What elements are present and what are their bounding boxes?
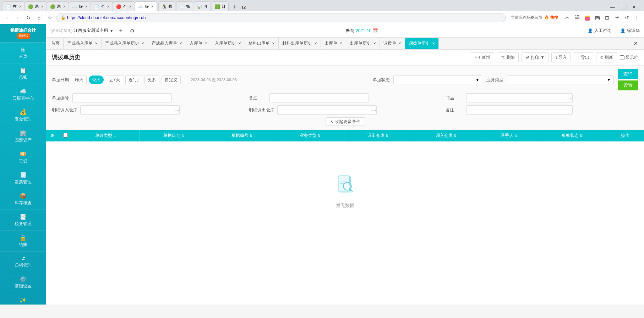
- sidebar-item-payroll[interactable]: 💴 工资: [0, 147, 46, 168]
- sidebar-item-inventory[interactable]: 📦 库存核查: [0, 189, 46, 210]
- sidebar-item-ledger[interactable]: 📋 总账: [0, 63, 46, 84]
- tab-in-history[interactable]: 入库单历史 ✕: [211, 38, 245, 49]
- show-checkbox[interactable]: [620, 55, 624, 60]
- th-status[interactable]: 单账状态 ⇅: [538, 130, 606, 141]
- tab-in-close[interactable]: ✕: [204, 41, 207, 45]
- browser-tab-4[interactable]: ☁️ 好 ✕: [69, 1, 91, 11]
- remark-input[interactable]: [269, 93, 369, 102]
- refresh-data-button[interactable]: ↻ 刷新: [596, 52, 617, 62]
- date-btn-1month[interactable]: 近1月: [125, 76, 143, 84]
- tab-product-in[interactable]: 产成品入库单 ✕: [64, 38, 102, 49]
- sidebar-item-tax[interactable]: 📑 税务管理: [0, 210, 46, 231]
- browser-tab-5[interactable]: 📄 个 ✕: [91, 1, 113, 11]
- tab-out[interactable]: 出库单 ✕: [321, 38, 346, 49]
- browser-tab-tencent[interactable]: 🐧 腾: [158, 1, 175, 11]
- sidebar-item-invoice[interactable]: 🧾 发票管理: [0, 168, 46, 189]
- sidebar-item-guide[interactable]: ✨ 新手引导: [0, 293, 46, 305]
- sidebar-item-assets[interactable]: 🏢 固定资产: [0, 126, 46, 147]
- th-biz-type[interactable]: 业务类型 ⇅: [276, 130, 344, 141]
- game-icon[interactable]: 🎮: [593, 13, 601, 22]
- tab-material-out[interactable]: 材料出库单 ✕: [245, 38, 279, 49]
- sidebar-item-closing[interactable]: 🔒 结账: [0, 231, 46, 252]
- sidebar-item-archive[interactable]: 🗂 归档管理: [0, 252, 46, 272]
- th-bill-no[interactable]: 单据编号 ⇅: [208, 130, 276, 141]
- browser-tab-3[interactable]: 🟢 易 ✕: [47, 1, 69, 11]
- detail-out-dots-button[interactable]: ···: [372, 107, 376, 113]
- print-button[interactable]: 🖨 打印 ▼: [522, 52, 549, 62]
- address-bar[interactable]: 🔒 https://cloud.chanjet.com/accounting/u…: [56, 13, 506, 22]
- detail-out-input[interactable]: [278, 107, 371, 112]
- add-company-button[interactable]: +: [116, 27, 125, 35]
- scissors-icon[interactable]: ✂: [563, 13, 572, 22]
- refresh-browser-button[interactable]: ↻: [24, 13, 33, 22]
- tab-transfer-history[interactable]: 调拨单历史 ✕: [405, 38, 439, 49]
- th-date[interactable]: 单据日期 ⇅: [140, 130, 208, 141]
- menu-icon[interactable]: ⋮: [633, 13, 641, 22]
- th-bill-type[interactable]: 单账类型 ⇅: [72, 130, 140, 141]
- tab-transfer-history-close[interactable]: ✕: [432, 41, 435, 45]
- tab-in[interactable]: 入库单 ✕: [186, 38, 211, 49]
- forward-button[interactable]: ›: [13, 13, 22, 22]
- th-out-warehouse[interactable]: 调出仓库 ⇅: [344, 130, 412, 141]
- back-button[interactable]: ‹: [3, 13, 11, 22]
- browser-tab-close-3[interactable]: ✕: [63, 5, 66, 9]
- tab-product-in-history-close[interactable]: ✕: [141, 41, 144, 45]
- status-dropdown[interactable]: ▼: [393, 75, 482, 84]
- browser-tab-sheets[interactable]: 📊 各: [194, 1, 211, 11]
- browser-tab-close-5[interactable]: ✕: [107, 5, 110, 9]
- search-bar[interactable]: 学霸应聘场驱鸟员: [511, 15, 542, 20]
- browser-tab-s[interactable]: 🟩 目: [212, 1, 229, 11]
- tab-material-out-close[interactable]: ✕: [272, 41, 275, 45]
- tab-transfer-close[interactable]: ✕: [398, 41, 401, 45]
- wallet-icon[interactable]: 👛: [583, 13, 591, 22]
- detail-in-dots-button[interactable]: ···: [175, 107, 179, 113]
- customer-service[interactable]: 👤 人工咨询: [588, 28, 611, 34]
- detail-remark-input[interactable]: [466, 105, 573, 115]
- new-record-button[interactable]: + + 新增: [471, 52, 494, 62]
- tab-material-out-history[interactable]: 材料出库单历史 ✕: [279, 38, 321, 49]
- date-btn-custom[interactable]: 自定义: [162, 76, 181, 84]
- browser-tab-close-active[interactable]: ✕: [151, 5, 154, 9]
- goods-dots-button[interactable]: ···: [568, 95, 573, 101]
- query-button[interactable]: 查询: [618, 69, 638, 79]
- th-checkbox[interactable]: [59, 130, 72, 141]
- maximize-button[interactable]: ⬜: [619, 3, 628, 11]
- tab-out-history[interactable]: 出库单历史 ✕: [346, 38, 380, 49]
- tab-in-history-close[interactable]: ✕: [238, 41, 241, 45]
- browser-tab-6[interactable]: 🔴 企 ✕: [113, 1, 135, 11]
- delete-button[interactable]: 🗑 删除: [497, 52, 519, 62]
- biz-type-dropdown[interactable]: ▼: [507, 75, 613, 84]
- export-button[interactable]: ↑ 导出: [574, 52, 593, 62]
- browser-tab-email[interactable]: ✉️ 畅: [176, 1, 193, 11]
- import-button[interactable]: ↓ 导入: [551, 52, 571, 62]
- th-handler[interactable]: 经手人 ⇅: [480, 130, 538, 141]
- translate-icon[interactable]: 译: [573, 13, 582, 22]
- sidebar-item-finance[interactable]: 💰 资金管理: [0, 105, 46, 126]
- select-all-checkbox[interactable]: [63, 133, 68, 138]
- browser-tab-1[interactable]: 📄 在 ✕: [3, 1, 25, 11]
- company-selector[interactable]: (勿删勿禁用) 江西服宝测试专用 ▼: [50, 28, 114, 34]
- brightness-icon[interactable]: ☀: [613, 13, 621, 22]
- browser-tab-close-6[interactable]: ✕: [129, 5, 132, 9]
- browser-tab-close-1[interactable]: ✕: [19, 5, 22, 9]
- bill-no-input[interactable]: [72, 93, 172, 102]
- tab-product-in-close[interactable]: ✕: [95, 41, 98, 45]
- date-btn-yesterday[interactable]: 昨天: [72, 76, 87, 84]
- show-toggle[interactable]: 显示唯: [620, 55, 638, 61]
- tab-transfer[interactable]: 调拨单 ✕: [380, 38, 405, 49]
- th-settings[interactable]: ⚙: [46, 130, 59, 141]
- company-settings-button[interactable]: ⚙: [128, 27, 136, 35]
- sidebar-item-settings[interactable]: ⚙️ 基础设置: [0, 272, 46, 293]
- sidebar-item-home[interactable]: ⊞ 首页: [0, 43, 46, 63]
- settings-filter-button[interactable]: 设置: [618, 80, 638, 90]
- date-btn-today[interactable]: 今天: [89, 76, 104, 84]
- detail-in-input[interactable]: [81, 107, 174, 112]
- goods-input[interactable]: [466, 95, 567, 100]
- tab-product-in-2-close[interactable]: ✕: [179, 41, 182, 45]
- new-tab-button[interactable]: +: [230, 3, 239, 11]
- bookmark-button[interactable]: ☆: [45, 13, 54, 22]
- tab-out-close[interactable]: ✕: [339, 41, 342, 45]
- close-all-tabs-button[interactable]: ✕: [631, 39, 640, 48]
- tab-product-in-history[interactable]: 产成品入库单历史 ✕: [102, 38, 148, 49]
- date-btn-7days[interactable]: 近7天: [106, 76, 123, 84]
